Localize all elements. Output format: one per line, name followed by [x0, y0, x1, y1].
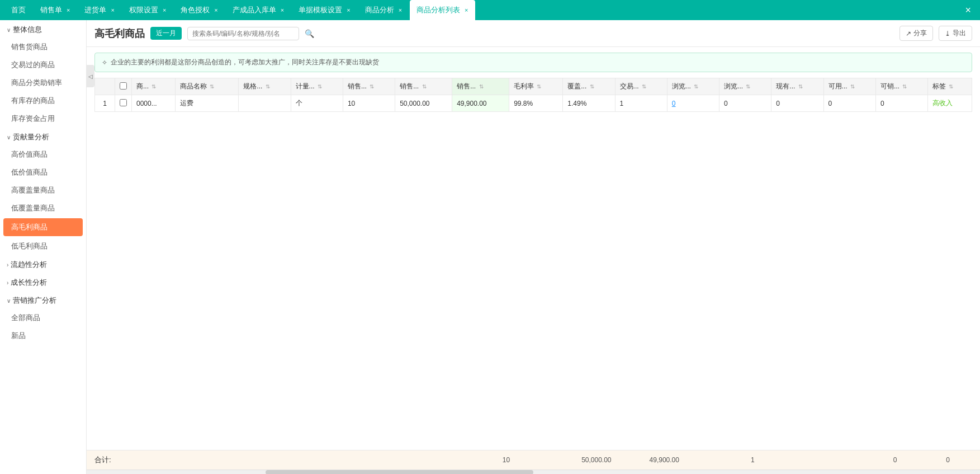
- footer-current-stock: 0: [893, 456, 897, 464]
- sidebar-item-low-margin[interactable]: 低毛利商品: [0, 237, 86, 255]
- chevron-right-icon-2: ›: [7, 280, 8, 286]
- nav-product-entry-close[interactable]: ×: [281, 7, 284, 13]
- footer-sale-amt: 50,000.00: [581, 456, 611, 464]
- browse1-link[interactable]: 0: [672, 100, 676, 107]
- search-input[interactable]: [187, 27, 299, 40]
- col-sale-cost[interactable]: 销售... ⇅: [452, 78, 509, 95]
- info-banner: ✧ 企业的主要的利润都是这部分商品创造的，可考虑加大推广，同时关注库存是不要出现…: [94, 53, 972, 72]
- share-icon: ↗: [906, 30, 911, 37]
- sort-icon-name: ⇅: [210, 83, 214, 90]
- sidebar-item-sales-goods[interactable]: 销售货商品: [0, 38, 86, 56]
- col-coverage[interactable]: 覆盖... ⇅: [563, 78, 615, 95]
- sidebar-item-all-goods[interactable]: 全部商品: [0, 309, 86, 327]
- page-title: 高毛利商品: [94, 27, 145, 40]
- nav-home[interactable]: 首页: [4, 0, 32, 20]
- sort-icon-margin-rate: ⇅: [537, 83, 541, 90]
- sidebar-item-in-stock[interactable]: 有库存的商品: [0, 92, 86, 110]
- table-row[interactable]: 1 0000... 运费 个 10 50,000.00 49,900.00 99…: [95, 95, 972, 112]
- horizontal-scrollbar[interactable]: [87, 470, 980, 474]
- footer-available: 0: [946, 456, 950, 464]
- data-table: 商... ⇅ 商品名称 ⇅ 规格... ⇅ 计量...: [94, 78, 972, 112]
- search-button[interactable]: 🔍: [305, 29, 314, 38]
- col-sale-amt[interactable]: 销售... ⇅: [395, 78, 452, 95]
- cell-code: 0000...: [132, 95, 176, 112]
- sort-icon-current-stock: ⇅: [798, 83, 803, 90]
- sidebar-collapse-button[interactable]: ◁: [87, 65, 94, 87]
- nav-sales-close[interactable]: ×: [67, 7, 70, 13]
- col-current-stock[interactable]: 现有... ⇅: [771, 78, 823, 95]
- col-browse1[interactable]: 浏览... ⇅: [667, 78, 719, 95]
- scrollbar-thumb[interactable]: [266, 470, 533, 474]
- cell-trade: 1: [615, 95, 667, 112]
- sidebar-group-trend[interactable]: › 流趋性分析: [0, 255, 86, 273]
- sidebar-group-marketing[interactable]: ∨ 营销推广分析: [0, 291, 86, 309]
- sort-icon-sellable: ⇅: [902, 83, 907, 90]
- cell-browse1[interactable]: 0: [667, 95, 719, 112]
- info-icon: ✧: [102, 59, 107, 67]
- cell-available: 0: [823, 95, 875, 112]
- time-filter-button[interactable]: 近一月: [150, 27, 182, 40]
- sidebar-item-high-coverage[interactable]: 高覆盖量商品: [0, 181, 86, 199]
- export-button[interactable]: ⤓ 导出: [939, 26, 972, 41]
- col-name[interactable]: 商品名称 ⇅: [175, 78, 239, 95]
- cell-coverage: 1.49%: [563, 95, 615, 112]
- nav-purchase-close[interactable]: ×: [111, 7, 114, 13]
- nav-template[interactable]: 单据模板设置 ×: [292, 0, 357, 20]
- share-button[interactable]: ↗ 分享: [899, 26, 933, 41]
- cell-sale-qty: 10: [343, 95, 395, 112]
- sidebar-item-high-margin[interactable]: 高毛利商品: [3, 218, 83, 236]
- nav-role[interactable]: 角色授权 ×: [174, 0, 224, 20]
- col-unit[interactable]: 计量... ⇅: [291, 78, 343, 95]
- nav-sales[interactable]: 销售单 ×: [34, 0, 77, 20]
- cell-browse2: 0: [719, 95, 771, 112]
- sidebar-item-low-value[interactable]: 低价值商品: [0, 163, 86, 181]
- sidebar-group-contribution[interactable]: ∨ 贡献量分析: [0, 128, 86, 146]
- tag-high-income: 高收入: [932, 99, 953, 107]
- chevron-down-icon-2: ∨: [7, 134, 11, 140]
- col-tag[interactable]: 标签 ⇅: [928, 78, 972, 95]
- sidebar-item-low-coverage[interactable]: 低覆盖量商品: [0, 199, 86, 217]
- col-code[interactable]: 商... ⇅: [132, 78, 176, 95]
- chevron-down-icon-3: ∨: [7, 298, 11, 304]
- col-margin-rate[interactable]: 毛利率 ⇅: [509, 78, 563, 95]
- sidebar-group-growth[interactable]: › 成长性分析: [0, 273, 86, 291]
- chevron-right-icon: ›: [7, 262, 8, 268]
- sort-icon-available: ⇅: [850, 83, 855, 90]
- col-check[interactable]: [115, 78, 132, 95]
- select-all-checkbox[interactable]: [120, 82, 127, 90]
- footer-sale-cost: 49,900.00: [650, 456, 679, 464]
- top-navigation: 首页 销售单 × 进货单 × 权限设置 × 角色授权 × 产成品入库单 × 单据…: [0, 0, 980, 20]
- cell-check[interactable]: [115, 95, 132, 112]
- nav-product-analysis-list[interactable]: 商品分析列表 ×: [410, 0, 475, 20]
- row-checkbox[interactable]: [120, 99, 127, 106]
- cell-spec: [239, 95, 291, 112]
- window-close-button[interactable]: ×: [960, 4, 976, 16]
- footer-bar: 合计: 10 50,000.00 49,900.00 1 0 0: [87, 450, 980, 470]
- sidebar-item-category-rate[interactable]: 商品分类助销率: [0, 74, 86, 92]
- nav-product-analysis[interactable]: 商品分析 ×: [358, 0, 409, 20]
- sidebar-item-stock-capital[interactable]: 库存资金占用: [0, 110, 86, 128]
- nav-permission[interactable]: 权限设置 ×: [122, 0, 173, 20]
- col-sale-qty[interactable]: 销售... ⇅: [343, 78, 395, 95]
- sidebar-item-traded-goods[interactable]: 交易过的商品: [0, 56, 86, 74]
- col-trade[interactable]: 交易... ⇅: [615, 78, 667, 95]
- sidebar-group-overall[interactable]: ∨ 整体信息: [0, 20, 86, 38]
- sidebar-item-new-goods[interactable]: 新品: [0, 327, 86, 345]
- sort-icon-tag: ⇅: [949, 83, 953, 90]
- nav-template-close[interactable]: ×: [347, 7, 350, 13]
- nav-role-close[interactable]: ×: [214, 7, 217, 13]
- sidebar-item-high-value[interactable]: 高价值商品: [0, 146, 86, 163]
- cell-sellable: 0: [875, 95, 927, 112]
- nav-product-entry[interactable]: 产成品入库单 ×: [226, 0, 291, 20]
- nav-purchase[interactable]: 进货单 ×: [78, 0, 121, 20]
- nav-product-analysis-list-close[interactable]: ×: [465, 7, 468, 13]
- col-browse2[interactable]: 浏览... ⇅: [719, 78, 771, 95]
- col-spec[interactable]: 规格... ⇅: [239, 78, 291, 95]
- footer-sale-qty: 10: [503, 456, 510, 464]
- col-available[interactable]: 可用... ⇅: [823, 78, 875, 95]
- col-sellable[interactable]: 可销... ⇅: [875, 78, 927, 95]
- nav-permission-close[interactable]: ×: [163, 7, 166, 13]
- sort-icon-browse2: ⇅: [746, 83, 750, 90]
- sort-icon-browse1: ⇅: [694, 83, 698, 90]
- nav-product-analysis-close[interactable]: ×: [399, 7, 402, 13]
